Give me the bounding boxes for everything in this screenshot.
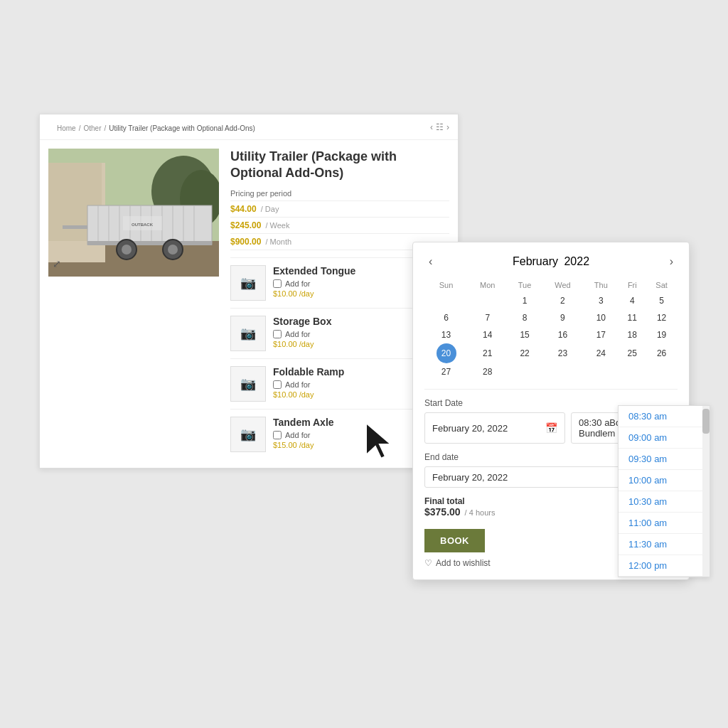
svg-rect-22	[63, 225, 87, 229]
next-arrow[interactable]: ›	[446, 122, 449, 132]
end-date-value: February 20, 2022	[432, 472, 508, 483]
day-cell[interactable]: 7	[468, 309, 507, 326]
time-option-1030am[interactable]: 10:30 am	[619, 491, 702, 513]
product-title: Utility Trailer (Package with Optional A…	[230, 149, 449, 182]
year-label: 2022	[564, 255, 589, 267]
prev-month-button[interactable]: ‹	[424, 254, 437, 269]
day-cell[interactable]: 10	[583, 309, 619, 326]
time-option-1000am[interactable]: 10:00 am	[619, 470, 702, 491]
day-cell	[583, 363, 619, 380]
day-cell[interactable]: 24	[583, 343, 619, 363]
day-cell[interactable]: 1	[507, 292, 542, 309]
day-cell[interactable]: 17	[583, 326, 619, 343]
selected-day: 20	[437, 343, 456, 363]
price-day-amount: $44.00	[230, 204, 257, 214]
weekday-sun: Sun	[424, 278, 468, 292]
addon-image-icon-sb: 📷	[240, 326, 256, 341]
breadcrumb-home[interactable]: Home	[57, 124, 76, 132]
breadcrumb-other[interactable]: Other	[83, 124, 101, 132]
day-cell	[507, 363, 542, 380]
day-cell[interactable]: 8	[507, 309, 542, 326]
day-cell[interactable]: 16	[542, 326, 584, 343]
day-cell[interactable]: 6	[424, 309, 468, 326]
day-cell[interactable]: 9	[542, 309, 584, 326]
day-cell[interactable]: 13	[424, 326, 468, 343]
price-day: $44.00 / Day	[230, 204, 449, 214]
month-label: February	[513, 255, 558, 267]
time-option-1100am[interactable]: 11:00 am	[619, 513, 702, 534]
day-cell[interactable]: 23	[542, 343, 584, 363]
addon-checkbox-et[interactable]	[273, 279, 282, 288]
calendar-grid: Sun Mon Tue Wed Thu Fri Sat 1 2 3 4 5 6	[424, 278, 678, 380]
day-cell[interactable]	[424, 292, 468, 309]
day-cell[interactable]: 18	[619, 326, 646, 343]
nav-arrows: ‹ ☷ ›	[430, 122, 449, 132]
price-day-period: / Day	[261, 205, 279, 213]
day-cell[interactable]: 5	[646, 292, 678, 309]
trailer-image: OUTBACK	[48, 149, 219, 277]
weekday-thu: Thu	[583, 278, 619, 292]
price-week: $245.00 / Week	[230, 220, 449, 230]
day-cell[interactable]: 4	[619, 292, 646, 309]
weekday-mon: Mon	[468, 278, 507, 292]
day-cell[interactable]: 14	[468, 326, 507, 343]
weekday-sat: Sat	[646, 278, 678, 292]
total-note: / 4 hours	[465, 508, 496, 517]
price-month-amount: $900.00	[230, 237, 261, 247]
day-cell[interactable]: 3	[583, 292, 619, 309]
day-cell[interactable]: 25	[619, 343, 646, 363]
price-week-period: / Week	[265, 221, 289, 230]
day-cell[interactable]: 15	[507, 326, 542, 343]
addon-checkbox-ta[interactable]	[273, 431, 282, 439]
end-date-input[interactable]: February 20, 2022 📅	[424, 466, 643, 488]
time-option-0930am[interactable]: 09:30 am	[619, 449, 702, 470]
day-cell[interactable]: 26	[646, 343, 678, 363]
weekday-tue: Tue	[507, 278, 542, 292]
main-content: OUTBACK ⤢ Utility Trailer (Package with …	[40, 140, 458, 468]
addon-thumb-tandem-axle: 📷	[230, 417, 266, 452]
start-date-input[interactable]: February 20, 2022 📅	[424, 412, 565, 444]
svg-marker-25	[366, 423, 391, 459]
month-year-label: February 2022	[513, 255, 589, 268]
addon-checkbox-fr[interactable]	[273, 380, 282, 389]
addon-checkbox-sb[interactable]	[273, 330, 282, 338]
next-month-button[interactable]: ›	[665, 254, 678, 269]
svg-rect-17	[87, 241, 212, 245]
time-option-1200pm[interactable]: 12:00 pm	[619, 555, 702, 577]
addon-add-label-fr: Add for	[285, 380, 310, 389]
book-button[interactable]: BOOK	[424, 529, 485, 552]
scrollbar-thumb	[702, 409, 710, 434]
addon-thumb-foldable-ramp: 📷	[230, 366, 266, 402]
time-options-list: 08:30 am 09:00 am 09:30 am 10:00 am 10:3…	[619, 406, 702, 577]
time-option-1130am[interactable]: 11:30 am	[619, 534, 702, 555]
day-cell[interactable]: 21	[468, 343, 507, 363]
cursor-arrow	[363, 419, 398, 462]
time-dropdown: 08:30 am 09:00 am 09:30 am 10:00 am 10:3…	[618, 405, 710, 577]
day-cell[interactable]: 2	[542, 292, 584, 309]
day-cell[interactable]: 11	[619, 309, 646, 326]
addon-thumb-storage-box: 📷	[230, 316, 266, 351]
time-option-0830am[interactable]: 08:30 am	[619, 406, 702, 427]
breadcrumb-current: Utility Trailer (Package with Optional A…	[109, 124, 255, 132]
addon-image-icon-fr: 📷	[240, 376, 256, 392]
day-cell[interactable]	[468, 292, 507, 309]
time-option-0900am[interactable]: 09:00 am	[619, 427, 702, 449]
addon-add-label-et: Add for	[285, 279, 310, 288]
day-cell[interactable]: 12	[646, 309, 678, 326]
svg-text:OUTBACK: OUTBACK	[132, 223, 154, 227]
day-cell[interactable]: 28	[468, 363, 507, 380]
zoom-icon[interactable]: ⤢	[53, 258, 67, 272]
time-scrollbar[interactable]	[702, 406, 710, 577]
product-page: Home / Other / Utility Trailer (Package …	[39, 114, 459, 469]
price-week-amount: $245.00	[230, 220, 261, 230]
calendar-icon: 📅	[545, 422, 557, 434]
price-month-period: / Month	[265, 237, 291, 246]
weekday-wed: Wed	[542, 278, 584, 292]
day-cell[interactable]: 27	[424, 363, 468, 380]
day-cell-selected[interactable]: 20	[424, 343, 468, 363]
day-cell[interactable]: 22	[507, 343, 542, 363]
addon-add-label-ta: Add for	[285, 431, 310, 439]
prev-arrow[interactable]: ‹	[430, 122, 433, 132]
grid-icon[interactable]: ☷	[436, 122, 444, 132]
day-cell[interactable]: 19	[646, 326, 678, 343]
